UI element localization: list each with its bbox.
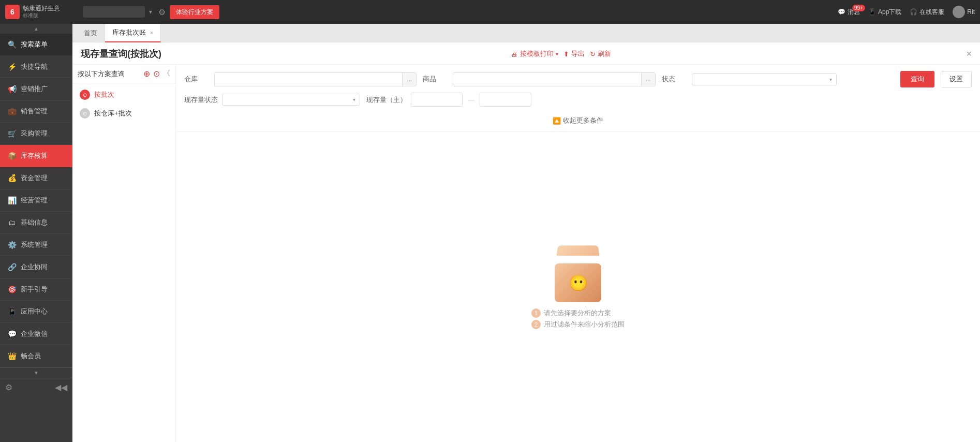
header-nav: ▾ ⚙ 体验行业方案 <box>78 5 838 19</box>
headset-icon: 🎧 <box>910 8 917 16</box>
tab-close-btn[interactable]: × <box>150 30 153 36</box>
sidebar-item-marketing[interactable]: 📢 营销推广 <box>0 78 72 100</box>
export-icon: ⬆ <box>563 50 569 58</box>
qty-min-input[interactable] <box>411 93 463 107</box>
collapse-left-btn[interactable]: 《 <box>163 69 170 79</box>
header-right: 💬 消息 99+ 📱 App下载 🎧 在线客服 Rit <box>838 6 975 18</box>
plan-item-batch[interactable]: ⊙ 按批次 <box>72 85 175 104</box>
nav-search-input[interactable] <box>83 6 145 18</box>
quick-nav-icon: ⚡ <box>7 62 17 71</box>
enterprise-icon: 🔗 <box>7 262 17 272</box>
sidebar-item-app-center-label: 应用中心 <box>21 307 48 316</box>
warehouse-label: 仓库 <box>184 75 210 84</box>
sidebar-item-operations-label: 经营管理 <box>21 196 48 205</box>
sidebar-item-operations[interactable]: 📊 经营管理 <box>0 189 72 212</box>
user-avatar-btn[interactable]: Rit <box>953 6 975 18</box>
sidebar-item-system[interactable]: ⚙️ 系统管理 <box>0 234 72 256</box>
sidebar-item-member-label: 畅会员 <box>21 351 41 361</box>
page-header: 现存量查询(按批次) 🖨 按模板打印 ▾ ⬆ 导出 ↻ 刷新 <box>72 42 980 65</box>
goods-input[interactable] <box>453 73 641 86</box>
sidebar-item-sales[interactable]: 💼 销售管理 <box>0 100 72 123</box>
sidebar-item-quick-nav[interactable]: ⚡ 快捷导航 <box>0 56 72 78</box>
customer-service-btn[interactable]: 🎧 在线客服 <box>910 8 944 17</box>
search-icon: 🔍 <box>7 40 17 49</box>
sidebar-scroll-up[interactable]: ▲ <box>0 24 72 34</box>
nav-dropdown-btn[interactable]: ▾ <box>149 8 152 16</box>
company-name: 畅康通好生意 <box>23 5 60 12</box>
plan-list: ⊙ 按批次 ⊙ 按仓库+批次 <box>72 83 175 442</box>
system-icon: ⚙️ <box>7 240 17 249</box>
sidebar-item-finance[interactable]: 💰 资金管理 <box>0 167 72 189</box>
tab-inventory-batch[interactable]: 库存批次账 × <box>105 24 161 42</box>
messages-btn[interactable]: 💬 消息 99+ <box>838 8 860 17</box>
sidebar-item-guide[interactable]: 🎯 新手引导 <box>0 278 72 301</box>
query-btn[interactable]: 查询 <box>900 71 934 87</box>
left-panel-header: 按以下方案查询 ⊕ ⊙ 《 <box>72 65 175 83</box>
sidebar-scroll-down[interactable]: ▼ <box>0 367 72 378</box>
sidebar-item-guide-label: 新手引导 <box>21 285 48 294</box>
messages-icon: 💬 <box>838 8 845 16</box>
filter-area: 仓库 ... 商品 <box>176 65 980 132</box>
sidebar-item-inventory[interactable]: 📦 库存核算 <box>0 145 72 167</box>
sidebar-item-wechat[interactable]: 💬 企业微信 <box>0 323 72 345</box>
tip-2-text: 用过滤条件来缩小分析范围 <box>544 320 625 329</box>
status-group: 状态 ▾ <box>662 73 894 85</box>
warehouse-more-btn[interactable]: ... <box>402 73 416 86</box>
export-btn[interactable]: ⬆ 导出 <box>563 49 585 58</box>
empty-tip-1: 1 请先选择要分析的方案 <box>531 308 625 318</box>
sidebar-item-enterprise[interactable]: 🔗 企业协同 <box>0 256 72 278</box>
print-icon: 🖨 <box>511 50 518 58</box>
qty-label: 现存量（主） <box>366 95 407 105</box>
plan-active-icon: ⊙ <box>80 90 90 100</box>
stock-status-select[interactable]: ▾ <box>222 94 360 106</box>
purchase-icon: 🛒 <box>7 129 17 138</box>
add-plan-btn[interactable]: ⊕ <box>143 69 150 79</box>
goods-more-btn[interactable]: ... <box>641 73 655 86</box>
empty-illustration: 😶 <box>547 245 609 302</box>
sidebar-settings-icon[interactable]: ⚙ <box>5 382 12 392</box>
sidebar-item-search[interactable]: 🔍 搜索菜单 <box>0 34 72 56</box>
qty-max-input[interactable] <box>480 93 531 107</box>
empty-tip-2: 2 用过滤条件来缩小分析范围 <box>531 320 625 329</box>
settings-btn[interactable]: 设置 <box>941 71 972 87</box>
filter-row-2: 现存量状态 ▾ 现存量（主） — <box>184 93 972 107</box>
sidebar-collapse-icon[interactable]: ◀◀ <box>55 382 67 392</box>
messages-badge: 99+ <box>852 5 865 11</box>
page-title: 现存量查询(按批次) <box>81 48 161 60</box>
status-label: 状态 <box>662 75 688 84</box>
plan-item-warehouse-batch[interactable]: ⊙ 按仓库+批次 <box>72 104 175 123</box>
industry-btn[interactable]: 体验行业方案 <box>170 5 219 19</box>
marketing-icon: 📢 <box>7 84 17 94</box>
app-center-icon: 📱 <box>7 307 17 316</box>
settings-plan-btn[interactable]: ⊙ <box>153 69 160 79</box>
sidebar-item-basic-info-label: 基础信息 <box>21 218 48 227</box>
sidebar-item-inventory-label: 库存核算 <box>21 151 48 160</box>
phone-icon: 📱 <box>868 8 876 16</box>
sidebar-item-member[interactable]: 👑 畅会员 <box>0 345 72 367</box>
print-dropdown-icon[interactable]: ▾ <box>556 51 558 57</box>
collapse-btn[interactable]: 🔼 收起更多条件 <box>553 116 603 125</box>
sidebar-item-basic-info[interactable]: 🗂 基础信息 <box>0 212 72 234</box>
sidebar-item-purchase[interactable]: 🛒 采购管理 <box>0 123 72 145</box>
empty-box-body: 😶 <box>555 263 601 302</box>
refresh-icon: ↻ <box>590 50 596 58</box>
sidebar-item-wechat-label: 企业微信 <box>21 329 48 338</box>
refresh-btn[interactable]: ↻ 刷新 <box>590 49 611 58</box>
status-select[interactable]: ▾ <box>692 73 837 85</box>
settings-icon[interactable]: ⚙ <box>158 7 166 17</box>
tab-home[interactable]: 首页 <box>77 24 105 42</box>
sidebar: ▲ 🔍 搜索菜单 ⚡ 快捷导航 📢 营销推广 💼 销售管理 🛒 采购管理 📦 库… <box>0 24 72 442</box>
print-btn[interactable]: 🖨 按模板打印 ▾ <box>511 49 558 58</box>
finance-icon: 💰 <box>7 173 17 183</box>
goods-group: 商品 ... <box>423 72 655 86</box>
tab-bar: 首页 库存批次账 × <box>72 24 980 42</box>
close-panel-btn[interactable]: × <box>966 49 972 60</box>
stock-status-group: 现存量状态 ▾ <box>184 94 360 106</box>
sidebar-item-app-center[interactable]: 📱 应用中心 <box>0 301 72 323</box>
page-header-actions: 🖨 按模板打印 ▾ ⬆ 导出 ↻ 刷新 <box>511 49 611 58</box>
app-download-btn[interactable]: 📱 App下载 <box>868 8 901 17</box>
status-dropdown-icon: ▾ <box>829 77 832 82</box>
warehouse-input[interactable] <box>215 73 402 86</box>
basic-info-icon: 🗂 <box>7 218 17 227</box>
empty-state: 😶 1 请先选择要分析的方案 2 用过滤条件来缩小分析范围 <box>176 132 980 442</box>
